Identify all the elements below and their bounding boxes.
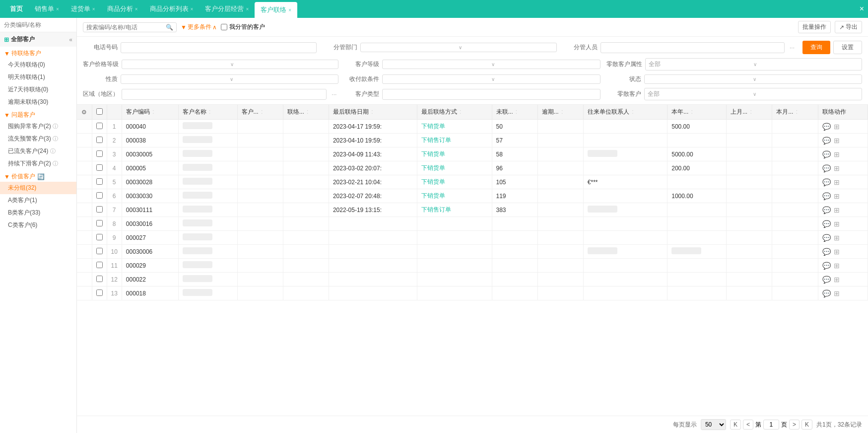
close-product-analysis-list-icon[interactable]: × <box>191 6 194 12</box>
contact-icon[interactable]: 💬 <box>822 234 831 242</box>
status-select[interactable]: ∨ <box>644 74 862 84</box>
next-page-btn[interactable]: > <box>789 420 800 430</box>
row-checkbox-cell[interactable] <box>92 175 107 189</box>
more-conditions-btn[interactable]: ▼ 更多条件 ∧ <box>181 23 217 31</box>
row-checkbox[interactable] <box>96 220 103 226</box>
last-contact-method[interactable]: 下销货单 <box>417 189 492 203</box>
contact-icon[interactable]: 💬 <box>822 137 831 144</box>
contact-icon[interactable]: 💬 <box>822 262 831 270</box>
row-checkbox[interactable] <box>96 234 103 240</box>
contact-method-link[interactable]: 下销货单 <box>421 164 445 171</box>
price-tier-select[interactable]: ∨ <box>122 60 338 69</box>
sidebar-group-value[interactable]: ▼ 价值客户 🔄 <box>0 170 76 182</box>
contact-icon[interactable]: 💬 <box>822 150 831 158</box>
my-customers-checkbox-label[interactable]: 我分管的客户 <box>221 23 265 31</box>
row-checkbox[interactable] <box>96 289 103 296</box>
more-action-icon[interactable]: ⊞ <box>834 164 840 172</box>
page-number-input[interactable] <box>763 420 779 430</box>
settings-icon[interactable]: ⚙ <box>81 109 87 116</box>
row-checkbox-cell[interactable] <box>92 217 107 231</box>
last-contact-method[interactable] <box>417 245 492 259</box>
nav-item-home[interactable]: 首页 <box>4 0 29 18</box>
last-contact-method[interactable] <box>417 231 492 245</box>
last-page-btn[interactable]: K <box>801 420 812 430</box>
contact-icon[interactable]: 💬 <box>822 178 831 186</box>
col-name[interactable]: 客户名称 : <box>178 105 237 120</box>
more-action-icon[interactable]: ⊞ <box>834 262 840 270</box>
last-contact-method[interactable] <box>417 273 492 287</box>
row-checkbox-cell[interactable] <box>92 161 107 175</box>
close-product-analysis-icon[interactable]: × <box>135 6 138 12</box>
sidebar-item-class-b[interactable]: B类客户(33) <box>0 207 76 219</box>
batch-operation-btn[interactable]: 批量操作 <box>798 21 831 33</box>
contact-method-link[interactable]: 下销货单 <box>421 192 445 199</box>
more-action-icon[interactable]: ⊞ <box>834 220 840 228</box>
last-contact-method[interactable]: 下销货单 <box>417 161 492 175</box>
more-action-icon[interactable]: ⊞ <box>834 289 840 297</box>
sidebar-item-tomorrow-pending[interactable]: 明天待联络(1) <box>0 71 76 83</box>
more-action-icon[interactable]: ⊞ <box>834 192 840 200</box>
customer-tier-select[interactable]: ∨ <box>382 60 600 69</box>
manager-input[interactable] <box>601 42 785 53</box>
contact-method-link[interactable]: 下销货单 <box>421 178 445 185</box>
sidebar-search-input[interactable] <box>4 21 77 28</box>
row-checkbox[interactable] <box>96 262 103 268</box>
nav-item-product-analysis[interactable]: 商品分析 × <box>101 0 144 18</box>
contact-method-link[interactable]: 下销售订单 <box>421 206 451 213</box>
payment-select[interactable]: ∨ <box>382 74 600 84</box>
contact-icon[interactable]: 💬 <box>822 206 831 214</box>
contact-icon[interactable]: 💬 <box>822 123 831 131</box>
sidebar-item-unclassified[interactable]: 未分组(32) <box>0 182 76 194</box>
sidebar-item-churn-warning[interactable]: 流失预警客户(3) ⓘ <box>0 133 76 145</box>
region-input[interactable] <box>122 89 327 100</box>
row-checkbox-cell[interactable] <box>92 189 107 203</box>
manager-more-icon[interactable]: ··· <box>788 44 797 51</box>
last-contact-method[interactable] <box>417 259 492 273</box>
contact-method-link[interactable]: 下销售订单 <box>421 137 451 144</box>
last-contact-method[interactable] <box>417 287 492 300</box>
close-sales-icon[interactable]: × <box>56 6 59 12</box>
filter-search-box[interactable]: 🔍 <box>83 22 177 32</box>
row-checkbox-cell[interactable] <box>92 259 107 273</box>
more-action-icon[interactable]: ⊞ <box>834 248 840 256</box>
row-checkbox-cell[interactable] <box>92 203 107 217</box>
nav-item-product-analysis-list[interactable]: 商品分析列表 × <box>144 0 200 18</box>
region-more-icon[interactable]: ··· <box>330 91 338 98</box>
refresh-icon[interactable]: 🔄 <box>37 173 45 180</box>
row-checkbox[interactable] <box>96 137 103 143</box>
more-action-icon[interactable]: ⊞ <box>834 276 840 284</box>
sidebar-item-7day-pending[interactable]: 近7天待联络(0) <box>0 83 76 96</box>
sidebar-item-today-pending[interactable]: 今天待联络(0) <box>0 59 76 71</box>
contact-method-link[interactable]: 下销货单 <box>421 150 445 157</box>
sidebar-search-box[interactable]: 🔍 <box>0 18 76 32</box>
window-close-icon[interactable]: × <box>860 4 864 13</box>
more-action-icon[interactable]: ⊞ <box>834 137 840 144</box>
row-checkbox-cell[interactable] <box>92 120 107 134</box>
sidebar-group-problem[interactable]: ▼ 问题客户 <box>0 108 76 120</box>
last-contact-method[interactable]: 下销货单 <box>417 147 492 161</box>
row-checkbox[interactable] <box>96 276 103 282</box>
my-customers-checkbox[interactable] <box>221 24 227 30</box>
nature-select[interactable]: ∨ <box>121 74 338 84</box>
phone-input[interactable] <box>121 42 317 53</box>
close-customer-tier-icon[interactable]: × <box>246 6 249 12</box>
contact-icon[interactable]: 💬 <box>822 248 831 256</box>
more-action-icon[interactable]: ⊞ <box>834 234 840 242</box>
customer-type-input[interactable] <box>382 89 600 100</box>
row-checkbox[interactable] <box>96 192 103 199</box>
row-checkbox-cell[interactable] <box>92 147 107 161</box>
sidebar-group-pending[interactable]: ▼ 待联络客户 <box>0 47 76 59</box>
last-contact-method[interactable]: 下销货单 <box>417 120 492 134</box>
contact-method-link[interactable]: 下销货单 <box>421 123 445 130</box>
sidebar-collapse-icon[interactable]: « <box>69 36 72 43</box>
nav-item-customer-tier[interactable]: 客户分层经营 × <box>199 0 255 18</box>
nav-item-sales[interactable]: 销售单 × <box>29 0 65 18</box>
nav-item-customer-contact[interactable]: 客户联络 × <box>255 2 297 18</box>
close-customer-contact-icon[interactable]: × <box>288 7 291 13</box>
row-checkbox[interactable] <box>96 123 103 129</box>
row-checkbox[interactable] <box>96 150 103 157</box>
dept-select[interactable]: ∨ <box>360 43 556 52</box>
row-checkbox[interactable] <box>96 164 103 171</box>
more-action-icon[interactable]: ⊞ <box>834 178 840 186</box>
sidebar-item-declining[interactable]: 持续下滑客户(2) ⓘ <box>0 157 76 170</box>
